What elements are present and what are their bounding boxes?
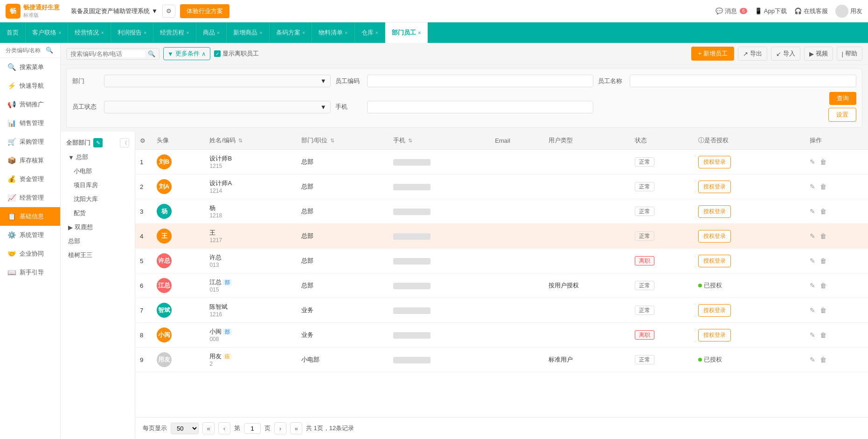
edit-icon[interactable]: ✎ (810, 331, 815, 339)
dept-tree-root[interactable]: ▼ 总部 (61, 150, 135, 164)
tab-addgoods[interactable]: 新增商品 × (227, 22, 269, 43)
delete-icon[interactable]: 🗑 (820, 232, 826, 240)
delete-icon[interactable]: 🗑 (820, 331, 826, 339)
edit-icon[interactable]: ✎ (810, 232, 815, 240)
delete-icon[interactable]: 🗑 (820, 208, 826, 215)
search-input[interactable] (70, 50, 145, 57)
more-filter-button[interactable]: ▼ 更多条件 ∧ (163, 47, 210, 60)
dept-tree-item-xiaodian[interactable]: 小电部 (61, 164, 135, 178)
last-page-button[interactable]: » (290, 422, 302, 434)
phone-input[interactable] (367, 101, 594, 113)
dept-edit-button[interactable]: ✎ (93, 138, 103, 147)
edit-icon[interactable]: ✎ (810, 257, 815, 265)
sidebar-item-search[interactable]: 🔍 搜索菜单 (0, 58, 60, 77)
delete-icon[interactable]: 🗑 (820, 183, 826, 190)
query-button[interactable]: 查询 (829, 92, 856, 105)
reset-button[interactable]: 设置 (828, 108, 856, 122)
sidebar-item-sales[interactable]: 📊 销售管理 (0, 114, 60, 132)
sidebar-search-input[interactable] (6, 47, 43, 54)
dept-tree-item-project[interactable]: 项目库房 (61, 178, 135, 192)
trial-button[interactable]: 体验行业方案 (180, 4, 229, 18)
dept-collapse-button[interactable]: 《 (120, 138, 129, 147)
tab-goods[interactable]: 商品 × (196, 22, 227, 43)
user-area[interactable]: 用友 (835, 5, 862, 18)
show-resigned-checkbox[interactable]: ✓ 显示离职员工 (214, 49, 259, 58)
col-phone[interactable]: 手机 ⇅ (389, 132, 490, 150)
prev-page-button[interactable]: ‹ (218, 422, 230, 434)
export-button[interactable]: ↗ 导出 (738, 47, 767, 61)
close-icon[interactable]: × (259, 30, 262, 35)
auth-login-button[interactable]: 授权登录 (698, 230, 731, 243)
sidebar-item-finance[interactable]: 💰 资金管理 (0, 170, 60, 188)
import-button[interactable]: ↙ 导入 (771, 47, 800, 61)
close-icon[interactable]: × (186, 30, 189, 35)
close-icon[interactable]: × (217, 30, 220, 35)
col-dept[interactable]: 部门/职位 ⇅ (297, 132, 389, 150)
sidebar-item-basic[interactable]: 📋 基础信息 (0, 207, 60, 226)
app-download-button[interactable]: 📱 App下载 (755, 7, 787, 15)
edit-icon[interactable]: ✎ (810, 158, 815, 166)
auth-login-button[interactable]: 授权登录 (698, 255, 731, 267)
delete-icon[interactable]: 🗑 (820, 356, 826, 363)
auth-login-button[interactable]: 授权登录 (698, 304, 731, 317)
delete-icon[interactable]: 🗑 (820, 282, 826, 289)
sidebar-item-guide[interactable]: 📖 新手引导 (0, 263, 60, 282)
close-icon[interactable]: × (58, 30, 61, 35)
first-page-button[interactable]: « (202, 422, 215, 434)
sidebar-item-operations[interactable]: 📈 经营管理 (0, 188, 60, 207)
dept-tree-item-peihuo[interactable]: 配货 (61, 206, 135, 220)
tab-warehouse[interactable]: 仓库 × (355, 22, 385, 43)
page-number-input[interactable] (244, 423, 261, 434)
tab-bom[interactable]: 物料清单 × (312, 22, 354, 43)
next-page-button[interactable]: › (274, 422, 286, 434)
auth-login-button[interactable]: 授权登录 (698, 205, 731, 218)
sidebar-item-inventory[interactable]: 📦 库存核算 (0, 151, 60, 170)
close-icon[interactable]: × (375, 30, 378, 35)
sidebar-item-collab[interactable]: 🤝 企业协同 (0, 244, 60, 263)
sidebar-item-system[interactable]: ⚙️ 系统管理 (0, 226, 60, 244)
sidebar-item-purchase[interactable]: 🛒 采购管理 (0, 132, 60, 151)
auth-login-button[interactable]: 授权登录 (698, 181, 731, 193)
dept-tree-item-zhishu[interactable]: 植树王三 (61, 248, 135, 262)
close-icon[interactable]: × (101, 30, 104, 35)
tab-profit[interactable]: 利润报告 × (111, 22, 153, 43)
delete-icon[interactable]: 🗑 (820, 307, 826, 314)
edit-icon[interactable]: ✎ (810, 282, 815, 289)
dept-select[interactable]: ▼ (104, 75, 331, 87)
delete-icon[interactable]: 🗑 (820, 257, 826, 265)
sidebar-item-marketing[interactable]: 📢 营销推广 (0, 95, 60, 114)
message-button[interactable]: 💬 消息 6 (715, 7, 747, 15)
auth-login-button[interactable]: 授权登录 (698, 329, 731, 341)
close-icon[interactable]: × (302, 30, 305, 35)
search-wrap[interactable]: 🔍 (66, 48, 160, 60)
col-name[interactable]: 姓名/编码 ⇅ (205, 132, 297, 150)
close-icon[interactable]: × (144, 30, 146, 35)
settings-button[interactable]: ⚙ (162, 5, 175, 18)
online-service-button[interactable]: 🎧 在线客服 (794, 7, 828, 15)
empcode-input[interactable] (367, 75, 594, 87)
tab-home[interactable]: 首页 (0, 22, 26, 43)
add-staff-button[interactable]: + 新增员工 (691, 47, 734, 61)
tab-barcode[interactable]: 条码方案 × (270, 22, 312, 43)
tab-operation[interactable]: 经营情况 × (68, 22, 111, 43)
sidebar-item-quicknav[interactable]: ⚡ 快速导航 (0, 77, 60, 95)
auth-login-button[interactable]: 授权登录 (698, 156, 731, 168)
tab-customer[interactable]: 客户联络 × (26, 22, 68, 43)
close-icon[interactable]: × (418, 30, 421, 35)
view-button[interactable]: ▶ 视频 (804, 47, 833, 61)
edit-icon[interactable]: ✎ (810, 183, 815, 190)
dept-tree-item-shenyang[interactable]: 沈阳大库 (61, 192, 135, 206)
empstatus-select[interactable]: ▼ (104, 101, 331, 113)
edit-icon[interactable]: ✎ (810, 307, 815, 314)
empname-input[interactable] (630, 75, 856, 87)
delete-icon[interactable]: 🗑 (820, 158, 826, 166)
edit-icon[interactable]: ✎ (810, 208, 815, 215)
sys-title-dropdown[interactable]: 装备及固定资产辅助管理系统 ▼ (71, 7, 158, 15)
sidebar-search-area[interactable]: 🔍 (0, 43, 60, 58)
close-icon[interactable]: × (345, 30, 347, 35)
tab-history[interactable]: 经营历程 × (153, 22, 196, 43)
dept-tree-item-shuangluxiang[interactable]: ▶ 双鹿想 (61, 220, 135, 234)
dept-tree-item-zongbu[interactable]: 总部 (61, 234, 135, 248)
edit-icon[interactable]: ✎ (810, 356, 815, 363)
tab-department[interactable]: 部门员工 × (385, 22, 428, 43)
